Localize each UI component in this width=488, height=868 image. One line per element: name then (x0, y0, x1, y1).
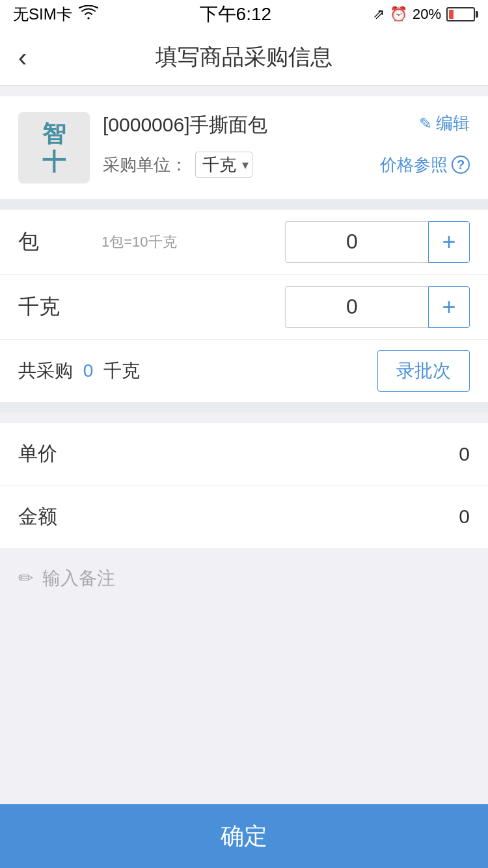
product-image: 智 十 (18, 112, 90, 183)
confirm-button[interactable]: 确定 (0, 804, 488, 868)
location-icon: ⇗ (373, 6, 385, 23)
quantity-label-bao: 包 (18, 228, 96, 256)
price-section: 单价 0 金额 0 (0, 423, 488, 548)
unit-select-wrapper[interactable]: 千克 包 (195, 152, 252, 178)
summary-unit: 千克 (103, 360, 140, 381)
status-time: 下午6:12 (200, 2, 272, 27)
notes-section[interactable]: ✏ 输入备注 (0, 548, 488, 613)
notes-placeholder: 输入备注 (42, 566, 115, 591)
price-row-unit: 单价 0 (0, 423, 488, 485)
edit-button[interactable]: ✎ 编辑 (419, 112, 470, 135)
product-info: [0000006]手撕面包 ✎ 编辑 采购单位： 千克 包 价格参照 ? (103, 112, 470, 178)
notes-icon: ✏ (18, 567, 33, 589)
summary-amount: 0 (83, 360, 94, 381)
status-right: ⇗ ⏰ 20% (373, 6, 475, 23)
bottom-padding (0, 613, 488, 677)
quantity-plus-bao[interactable]: + (428, 221, 470, 263)
quantity-input-area-kg: + (285, 286, 470, 328)
carrier-label: 无SIM卡 (13, 4, 72, 25)
quantity-row-bao: 包 1包=10千克 + (0, 210, 488, 275)
price-ref-icon: ? (452, 156, 470, 174)
nav-bar: ‹ 填写商品采购信息 (0, 29, 488, 86)
confirm-label: 确定 (221, 821, 267, 852)
unit-select[interactable]: 千克 包 (195, 152, 252, 178)
product-name-row: [0000006]手撕面包 ✎ 编辑 (103, 112, 470, 139)
edit-label: 编辑 (436, 112, 470, 135)
quantity-label-kg: 千克 (18, 293, 96, 321)
alarm-icon: ⏰ (390, 6, 407, 23)
quantity-section: 包 1包=10千克 + 千克 + (0, 210, 488, 340)
divider-2 (0, 402, 488, 413)
summary-text: 共采购 0 千克 (18, 359, 140, 383)
quantity-sublabel-bao: 1包=10千克 (102, 232, 177, 252)
quantity-input-bao[interactable] (285, 221, 428, 263)
divider-1 (0, 199, 488, 210)
wifi-icon (79, 5, 98, 23)
battery-percent: 20% (413, 6, 441, 23)
quantity-plus-kg[interactable]: + (428, 286, 470, 328)
quantity-input-kg[interactable] (285, 286, 428, 328)
batch-button[interactable]: 录批次 (377, 350, 470, 392)
price-row-amount: 金额 0 (0, 485, 488, 548)
status-left: 无SIM卡 (13, 4, 98, 25)
summary-prefix: 共采购 (18, 360, 73, 381)
summary-row: 共采购 0 千克 录批次 (0, 340, 488, 402)
price-ref-label: 价格参照 (380, 154, 448, 176)
quantity-input-area-bao: + (285, 221, 470, 263)
unit-selector-area: 采购单位： 千克 包 (103, 152, 252, 178)
amount-value: 0 (459, 506, 470, 528)
quantity-row-kg: 千克 + (0, 275, 488, 340)
product-logo: 智 十 (42, 120, 66, 176)
page-title: 填写商品采购信息 (156, 42, 332, 72)
status-bar: 无SIM卡 下午6:12 ⇗ ⏰ 20% (0, 0, 488, 29)
purchase-unit-row: 采购单位： 千克 包 价格参照 ? (103, 152, 470, 178)
unit-label: 采购单位： (103, 154, 187, 176)
edit-icon: ✎ (419, 115, 432, 133)
price-ref-button[interactable]: 价格参照 ? (380, 154, 470, 176)
product-name: [0000006]手撕面包 (103, 112, 267, 139)
battery-icon (446, 7, 475, 21)
unit-price-label: 单价 (18, 441, 57, 467)
amount-label: 金额 (18, 504, 57, 530)
product-section: 智 十 [0000006]手撕面包 ✎ 编辑 采购单位： 千克 包 (0, 96, 488, 199)
unit-price-value: 0 (459, 443, 470, 465)
back-button[interactable]: ‹ (18, 44, 27, 70)
